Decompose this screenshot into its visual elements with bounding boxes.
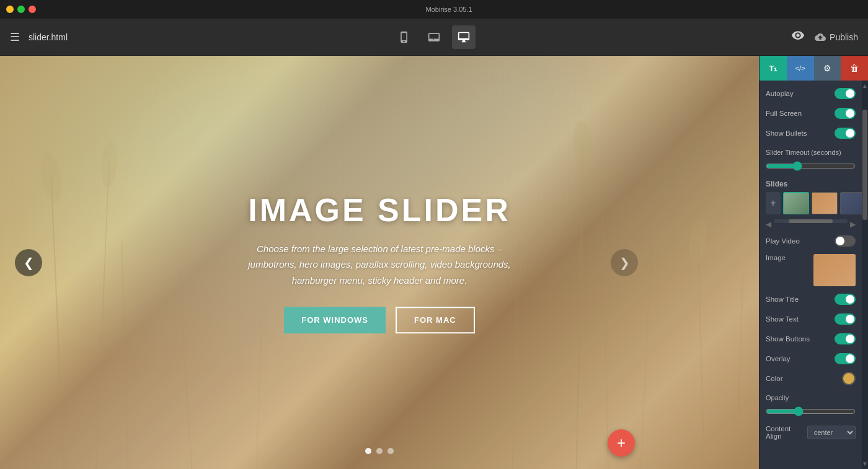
tab-text[interactable]: T₁ bbox=[760, 56, 787, 81]
overlay-toggle[interactable] bbox=[835, 353, 856, 364]
fullscreen-row: Full Screen bbox=[766, 107, 856, 120]
scrollbar-up-arrow[interactable]: ▲ bbox=[862, 81, 868, 91]
autoplay-toggle[interactable] bbox=[835, 88, 856, 99]
play-video-toggle[interactable] bbox=[835, 235, 856, 247]
mobile-device-btn[interactable] bbox=[392, 25, 416, 49]
autoplay-label: Autoplay bbox=[766, 90, 794, 97]
slider-next-btn[interactable]: ❯ bbox=[611, 249, 638, 276]
timeout-label: Slider Timeout (seconds) bbox=[766, 149, 841, 156]
bullets-row: Show Bullets bbox=[766, 126, 856, 140]
slides-scroll-right[interactable]: ▶ bbox=[850, 220, 856, 229]
show-title-row: Show Title bbox=[766, 292, 856, 306]
opacity-section: Opacity bbox=[766, 392, 856, 420]
color-row: Color bbox=[766, 372, 856, 385]
autoplay-row: Autoplay bbox=[766, 87, 856, 100]
play-video-row: Play Video bbox=[766, 234, 856, 248]
slides-scroll-left[interactable]: ◀ bbox=[766, 220, 771, 229]
dot-2[interactable] bbox=[376, 448, 383, 454]
for-mac-btn[interactable]: FOR MAC bbox=[396, 307, 475, 333]
gear-tab-icon: ⚙ bbox=[823, 63, 831, 73]
code-tab-icon: </> bbox=[795, 64, 805, 72]
opacity-label: Opacity bbox=[766, 394, 789, 401]
device-switcher bbox=[392, 25, 476, 49]
show-text-label: Show Text bbox=[766, 315, 799, 323]
image-preview[interactable] bbox=[813, 254, 856, 286]
maximize-btn[interactable] bbox=[17, 6, 25, 13]
panel-content: Autoplay Full Screen Show Bullets Slider… bbox=[760, 81, 862, 469]
slider-text: Choose from the large selection of lates… bbox=[193, 241, 565, 289]
prev-arrow-icon: ❮ bbox=[24, 255, 34, 270]
color-label: Color bbox=[766, 375, 782, 382]
slider-dots bbox=[365, 448, 394, 454]
filename-label: slider.html bbox=[29, 32, 68, 42]
image-label: Image bbox=[766, 254, 786, 261]
tab-delete[interactable]: 🗑 bbox=[841, 56, 868, 81]
slides-section-label: Slides bbox=[766, 180, 856, 188]
close-btn[interactable] bbox=[29, 6, 36, 13]
add-slide-btn[interactable]: + bbox=[766, 192, 781, 214]
preview-icon[interactable] bbox=[791, 28, 805, 45]
publish-label: Publish bbox=[830, 32, 858, 42]
bullets-label: Show Bullets bbox=[766, 129, 807, 137]
fullscreen-toggle[interactable] bbox=[835, 108, 856, 119]
slide-thumb-1[interactable] bbox=[783, 192, 809, 214]
app-title: Mobirise 3.05.1 bbox=[36, 6, 862, 13]
timeout-section: Slider Timeout (seconds) bbox=[766, 146, 856, 175]
main-area: IMAGE SLIDER Choose from the large selec… bbox=[0, 56, 868, 469]
show-title-toggle[interactable] bbox=[835, 294, 856, 305]
overlay-label: Overlay bbox=[766, 355, 790, 362]
panel-tabs: T₁ </> ⚙ 🗑 bbox=[760, 56, 868, 81]
content-align-label: Content Align bbox=[766, 425, 807, 440]
bullets-toggle[interactable] bbox=[835, 128, 856, 139]
slide-thumb-3[interactable] bbox=[840, 192, 862, 214]
show-title-label: Show Title bbox=[766, 296, 799, 303]
play-video-label: Play Video bbox=[766, 237, 800, 245]
slides-scrollbar-row: ◀ ▶ bbox=[766, 219, 856, 229]
menu-icon[interactable]: ☰ bbox=[10, 30, 20, 44]
toolbar: ☰ slider.html Publish bbox=[0, 19, 868, 56]
image-row: Image bbox=[766, 254, 856, 286]
slider-background: IMAGE SLIDER Choose from the large selec… bbox=[0, 56, 759, 469]
for-windows-btn[interactable]: FOR WINDOWS bbox=[284, 307, 386, 333]
show-buttons-row: Show Buttons bbox=[766, 332, 856, 346]
timeout-slider[interactable] bbox=[766, 161, 856, 171]
slider-content: IMAGE SLIDER Choose from the large selec… bbox=[193, 191, 565, 334]
show-text-row: Show Text bbox=[766, 312, 856, 326]
canvas: IMAGE SLIDER Choose from the large selec… bbox=[0, 56, 759, 469]
next-arrow-icon: ❯ bbox=[619, 255, 630, 270]
dot-3[interactable] bbox=[388, 448, 394, 454]
slider-buttons: FOR WINDOWS FOR MAC bbox=[193, 307, 565, 333]
content-align-select[interactable]: left center right bbox=[807, 426, 856, 439]
slides-thumbnails: + bbox=[766, 192, 856, 214]
scrollbar-down-arrow[interactable]: ▼ bbox=[862, 458, 868, 469]
titlebar: Mobirise 3.05.1 bbox=[0, 0, 868, 19]
desktop-device-btn[interactable] bbox=[452, 25, 476, 49]
toolbar-right: Publish bbox=[791, 28, 858, 45]
show-buttons-toggle[interactable] bbox=[835, 333, 856, 344]
dot-1[interactable] bbox=[365, 448, 371, 454]
color-swatch[interactable] bbox=[842, 372, 856, 385]
show-text-toggle[interactable] bbox=[835, 313, 856, 325]
opacity-slider[interactable] bbox=[766, 406, 856, 416]
tab-code[interactable]: </> bbox=[787, 56, 814, 81]
tab-settings[interactable]: ⚙ bbox=[814, 56, 841, 81]
delete-tab-icon: 🗑 bbox=[850, 63, 859, 73]
slides-scrollbar[interactable] bbox=[774, 219, 848, 223]
panel-scrollbar[interactable]: ▲ ▼ bbox=[862, 81, 868, 469]
slide-thumb-2[interactable] bbox=[812, 192, 838, 214]
slider-title: IMAGE SLIDER bbox=[193, 191, 565, 229]
slider-prev-btn[interactable]: ❮ bbox=[15, 249, 42, 276]
text-tab-icon: T₁ bbox=[769, 64, 777, 73]
add-block-fab[interactable]: + bbox=[608, 429, 635, 457]
overlay-row: Overlay bbox=[766, 352, 856, 366]
settings-panel: T₁ </> ⚙ 🗑 Autoplay Full bbox=[759, 56, 868, 469]
minimize-btn[interactable] bbox=[6, 6, 14, 13]
fullscreen-label: Full Screen bbox=[766, 110, 802, 117]
tablet-device-btn[interactable] bbox=[422, 25, 446, 49]
content-align-row: Content Align left center right bbox=[766, 425, 856, 440]
publish-button[interactable]: Publish bbox=[815, 32, 858, 43]
show-buttons-label: Show Buttons bbox=[766, 335, 810, 343]
